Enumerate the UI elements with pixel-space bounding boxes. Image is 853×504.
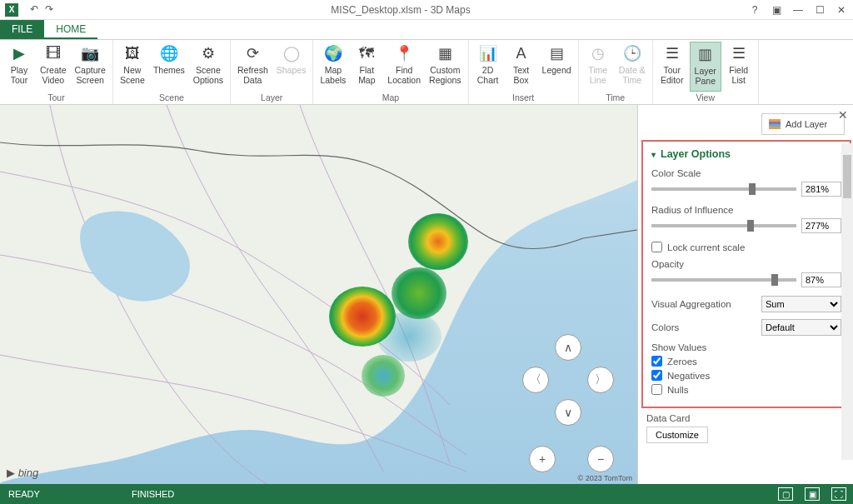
nav-left-button[interactable]: 〈 [522, 367, 549, 393]
layer-options-header[interactable]: ▾ Layer Options [651, 148, 841, 160]
radius-label: Radius of Influence [651, 205, 841, 215]
group-map: Map [382, 92, 399, 104]
opacity-slider[interactable] [651, 278, 796, 282]
refresh-icon: ⟳ [242, 43, 262, 63]
view-full-icon[interactable]: ⛶ [831, 487, 846, 501]
map-labels-button[interactable]: 🌍Map Labels [317, 42, 349, 92]
group-scene: Scene [159, 92, 184, 104]
pane-icon: ▥ [696, 44, 716, 64]
customize-button[interactable]: Customize [646, 427, 708, 443]
radius-value[interactable] [801, 218, 841, 233]
map-credit: © 2023 TomTom [578, 474, 633, 482]
help-icon[interactable]: ? [748, 4, 761, 16]
ribbon: ▶Play Tour 🎞Create Video 📷Capture Screen… [0, 40, 853, 105]
zeroes-label: Zeroes [667, 357, 697, 367]
color-scale-slider[interactable] [651, 187, 796, 191]
timeline-button: ◷Time Line [582, 42, 614, 92]
legend-icon: ▤ [546, 43, 566, 63]
status-bar: READY FINISHED ▢ ▣ ⛶ [0, 484, 853, 504]
layer-options-section: ▾ Layer Options Color Scale Radius of In… [641, 140, 851, 408]
custom-regions-button[interactable]: ▦Custom Regions [426, 42, 465, 92]
scene-options-button[interactable]: ⚙Scene Options [190, 42, 227, 92]
ribbon-tabs: FILE HOME [0, 20, 853, 40]
video-icon: 🎞 [43, 43, 63, 63]
camera-icon: 📷 [80, 43, 100, 63]
colors-select[interactable]: Default [761, 319, 841, 336]
heat-blob [329, 287, 396, 347]
tab-home[interactable]: HOME [44, 20, 97, 39]
panel-scrollbar[interactable] [841, 143, 853, 460]
refresh-data-button[interactable]: ⟳Refresh Data [234, 42, 272, 92]
globe-icon: 🌐 [159, 43, 179, 63]
lock-scale-checkbox[interactable] [651, 242, 662, 252]
nav-down-button[interactable]: ∨ [555, 399, 581, 426]
radius-slider[interactable] [651, 224, 796, 227]
excel-icon: X [5, 3, 18, 17]
negatives-checkbox[interactable] [651, 370, 662, 381]
2d-chart-button[interactable]: 📊2D Chart [472, 42, 504, 92]
labels-icon: 🌍 [323, 43, 343, 63]
main-area: ∧ ∨ 〈 〉 + − ▶ bing © 2023 TomTom ✕ Add L… [0, 105, 853, 484]
minimize-icon[interactable]: — [791, 4, 805, 16]
pin-icon: 📍 [394, 43, 414, 63]
status-finished: FINISHED [132, 489, 174, 499]
scrollbar-thumb[interactable] [843, 155, 851, 198]
options-icon: ⚙ [198, 43, 218, 63]
tour-editor-button[interactable]: ☰Tour Editor [656, 42, 688, 92]
zoom-out-button[interactable]: − [587, 446, 614, 472]
maximize-icon[interactable]: ☐ [813, 4, 826, 16]
map-canvas[interactable]: ∧ ∨ 〈 〉 + − ▶ bing © 2023 TomTom [0, 105, 637, 484]
nulls-checkbox[interactable] [651, 384, 662, 395]
group-tour: Tour [47, 92, 64, 104]
chart-icon: 📊 [478, 43, 498, 63]
find-location-button[interactable]: 📍Find Location [384, 42, 424, 92]
bing-logo: ▶ bing [7, 467, 38, 479]
group-insert: Insert [512, 92, 534, 104]
title-bar: X ↶ ↷ MISC_Desktop.xlsm - 3D Maps ? ▣ — … [0, 0, 853, 20]
window-title: MISC_Desktop.xlsm - 3D Maps [53, 4, 748, 16]
text-icon: A [511, 43, 531, 63]
panel-close-icon[interactable]: ✕ [838, 108, 848, 122]
undo-icon[interactable]: ↶ [30, 3, 38, 17]
layer-pane-button[interactable]: ▥Layer Pane [690, 42, 721, 92]
lock-scale-label: Lock current scale [667, 242, 745, 252]
map-land [0, 105, 637, 484]
opacity-value[interactable] [801, 272, 841, 287]
data-card-label: Data Card [646, 413, 845, 423]
create-video-button[interactable]: 🎞Create Video [37, 42, 70, 92]
opacity-label: Opacity [651, 259, 841, 269]
view-normal-icon[interactable]: ▢ [778, 487, 793, 501]
flat-map-button[interactable]: 🗺Flat Map [351, 42, 382, 92]
ribbon-display-icon[interactable]: ▣ [770, 4, 783, 16]
timeline-icon: ◷ [588, 43, 608, 63]
aggregation-label: Visual Aggregation [651, 299, 731, 309]
new-scene-button[interactable]: 🖼New Scene [117, 42, 148, 92]
legend-button[interactable]: ▤Legend [539, 42, 575, 92]
capture-screen-button[interactable]: 📷Capture Screen [72, 42, 109, 92]
tab-file[interactable]: FILE [0, 20, 44, 39]
datetime-button: 🕒Date & Time [616, 42, 649, 92]
text-box-button[interactable]: AText Box [506, 42, 537, 92]
layer-options-title: Layer Options [661, 148, 731, 160]
layers-icon [769, 119, 781, 129]
play-tour-button[interactable]: ▶Play Tour [3, 42, 35, 92]
close-icon[interactable]: ✕ [835, 4, 848, 16]
redo-icon[interactable]: ↷ [45, 3, 53, 17]
shapes-icon: ◯ [282, 43, 302, 63]
heat-blob [392, 267, 446, 319]
add-layer-button[interactable]: Add Layer [761, 113, 845, 135]
view-page-icon[interactable]: ▣ [805, 487, 820, 501]
add-layer-label: Add Layer [786, 119, 827, 129]
region-icon: ▦ [435, 43, 455, 63]
new-scene-icon: 🖼 [122, 43, 142, 63]
zeroes-checkbox[interactable] [651, 356, 662, 367]
themes-button[interactable]: 🌐Themes [150, 42, 188, 92]
group-view: View [696, 92, 715, 104]
nav-up-button[interactable]: ∧ [555, 334, 581, 361]
zoom-in-button[interactable]: + [529, 446, 556, 472]
nav-right-button[interactable]: 〉 [587, 367, 614, 393]
group-time: Time [606, 92, 625, 104]
color-scale-value[interactable] [801, 182, 841, 197]
field-list-button[interactable]: ☰Field List [723, 42, 755, 92]
aggregation-select[interactable]: Sum [761, 296, 841, 312]
